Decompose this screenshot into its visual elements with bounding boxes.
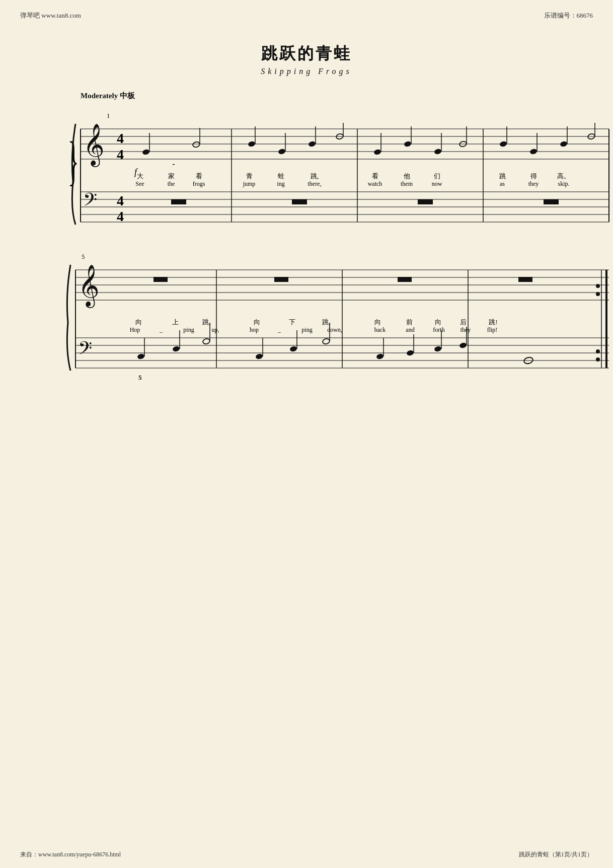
svg-point-100	[596, 349, 600, 353]
svg-text:家: 家	[168, 172, 175, 180]
svg-text:5: 5	[138, 374, 142, 381]
svg-text:they: they	[461, 326, 471, 333]
svg-text:向: 向	[254, 318, 260, 326]
svg-point-38	[404, 140, 412, 147]
svg-point-120	[376, 353, 384, 359]
svg-text:back: back	[374, 326, 386, 333]
svg-text:跳: 跳	[499, 172, 506, 180]
footer-right: 跳跃的青蛙（第1页/共1页）	[519, 850, 593, 859]
svg-point-26	[192, 141, 200, 148]
title-english: Skipping Frogs	[30, 67, 583, 76]
svg-text:5: 5	[82, 253, 85, 260]
svg-text:后: 后	[460, 318, 467, 326]
svg-point-99	[596, 292, 600, 296]
svg-text:高。: 高。	[557, 172, 570, 180]
svg-rect-107	[518, 277, 532, 282]
svg-text:𝄢: 𝄢	[83, 190, 97, 214]
svg-point-32	[308, 140, 316, 147]
svg-text:𝄞: 𝄞	[83, 124, 105, 167]
svg-text:hop: hop	[250, 326, 259, 333]
svg-text:向: 向	[135, 318, 142, 326]
svg-point-116	[289, 345, 297, 352]
svg-rect-53	[292, 199, 307, 204]
svg-text:向: 向	[435, 318, 441, 326]
page: 弹琴吧 www.tan8.com 乐谱编号：68676 跳跃的青蛙 Skippi…	[0, 0, 613, 868]
header-left: 弹琴吧 www.tan8.com	[20, 11, 81, 20]
svg-point-24	[142, 149, 150, 155]
svg-rect-54	[418, 199, 433, 204]
svg-point-108	[137, 353, 145, 359]
svg-text:𝄞: 𝄞	[78, 265, 100, 308]
svg-point-36	[373, 149, 381, 155]
svg-text:the: the	[168, 180, 175, 187]
svg-text:青: 青	[246, 172, 253, 180]
svg-text:前: 前	[406, 318, 413, 326]
svg-text:Hop: Hop	[130, 326, 140, 333]
svg-point-124	[434, 345, 442, 352]
score-row2: 5	[60, 245, 613, 401]
svg-text:watch: watch	[368, 180, 382, 187]
svg-text:ping: ping	[301, 326, 312, 333]
score-row1: 1 } 𝄞 𝄢	[60, 104, 613, 235]
svg-text:now: now	[432, 180, 442, 187]
footer-left: 来自：www.tan8.com/yuepu-68676.html	[20, 850, 121, 859]
svg-point-122	[406, 349, 414, 356]
svg-rect-105	[274, 277, 288, 282]
svg-text:there,: there,	[308, 180, 322, 187]
title-section: 跳跃的青蛙 Skipping Frogs	[30, 43, 583, 76]
svg-text:上: 上	[172, 318, 179, 326]
svg-rect-104	[154, 277, 168, 282]
svg-text:看: 看	[196, 172, 202, 180]
svg-point-112	[202, 338, 210, 344]
svg-text:1: 1	[107, 112, 110, 119]
svg-text:4: 4	[117, 208, 124, 224]
svg-point-40	[434, 148, 442, 155]
svg-text:大: 大	[137, 172, 143, 180]
svg-text:_: _	[277, 326, 281, 333]
svg-text:们: 们	[434, 172, 440, 180]
score-section: Moderately 中板 1 }	[30, 91, 583, 401]
svg-text:向: 向	[374, 318, 381, 326]
svg-rect-106	[398, 277, 412, 282]
svg-text:ping: ping	[183, 326, 194, 333]
svg-point-126	[459, 342, 467, 348]
svg-text:up,: up,	[212, 326, 219, 333]
svg-text:down,: down,	[327, 326, 342, 333]
svg-point-110	[172, 345, 180, 352]
svg-text:下: 下	[289, 318, 295, 326]
svg-text:得: 得	[530, 172, 537, 180]
svg-point-44	[499, 140, 507, 147]
title-chinese: 跳跃的青蛙	[30, 43, 583, 65]
svg-text:skip.: skip.	[558, 180, 569, 187]
svg-text:forth: forth	[433, 326, 444, 333]
svg-text:as: as	[500, 180, 505, 187]
svg-text:jump: jump	[243, 180, 256, 187]
svg-text:4: 4	[117, 193, 124, 208]
svg-text:跳,: 跳,	[202, 318, 210, 326]
svg-rect-52	[171, 199, 186, 204]
svg-text:frogs: frogs	[193, 180, 205, 187]
svg-text:they: they	[528, 180, 539, 187]
svg-point-28	[248, 140, 256, 147]
header-right: 乐谱编号：68676	[544, 11, 593, 20]
svg-text:4: 4	[117, 130, 124, 146]
svg-point-48	[560, 140, 568, 147]
tempo-mark: Moderately 中板	[81, 91, 583, 101]
svg-text:-: -	[172, 160, 175, 168]
svg-point-114	[255, 353, 263, 359]
svg-point-101	[596, 357, 600, 361]
svg-text:4: 4	[117, 147, 124, 162]
svg-text:them: them	[401, 180, 413, 187]
svg-text:ing: ing	[277, 180, 284, 187]
svg-text:他: 他	[404, 172, 410, 180]
svg-text:看: 看	[372, 172, 378, 180]
svg-text:flip!: flip!	[487, 326, 498, 333]
tempo-text: Moderately 中板	[81, 92, 135, 100]
svg-text:and: and	[406, 326, 414, 333]
svg-text:_: _	[159, 326, 163, 333]
svg-text:蛙: 蛙	[278, 172, 284, 180]
svg-point-30	[278, 148, 286, 155]
svg-text:𝄢: 𝄢	[78, 338, 92, 363]
svg-text:See: See	[135, 180, 144, 187]
svg-point-98	[596, 284, 600, 288]
